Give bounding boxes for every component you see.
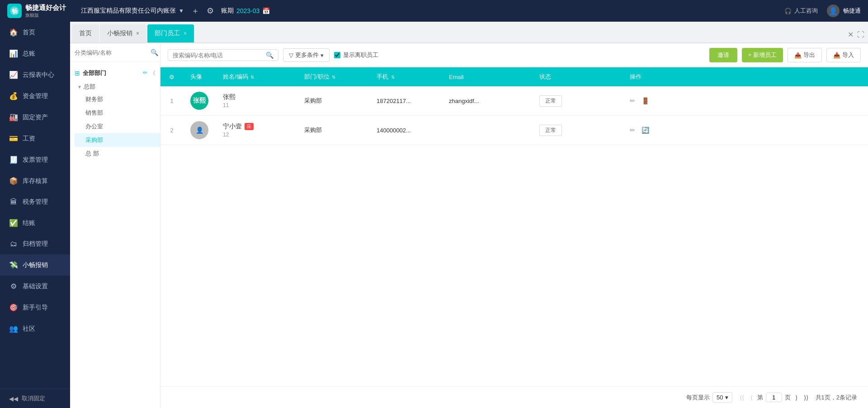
invite-button[interactable]: 邀请 (709, 48, 737, 62)
company-area[interactable]: 江西服宝精品有限责任公司内账张 ▼ (81, 7, 184, 15)
sidebar-label-inventory: 库存核算 (23, 177, 48, 185)
toolbar-right: 邀请 + 新增员工 📤 导出 📥 导入 (709, 48, 861, 62)
page-size-area: 每页显示 50 ▾ (686, 392, 732, 403)
tab-expense-close[interactable]: × (136, 30, 139, 37)
col-name[interactable]: 姓名/编码 ⇅ (216, 67, 297, 86)
tab-employee-close[interactable]: × (184, 30, 187, 37)
sidebar-item-invoice[interactable]: 🧾 发票管理 (0, 149, 70, 170)
expand-tab-icon[interactable]: ⛶ (857, 31, 864, 39)
table-settings-icon[interactable]: ⚙ (169, 74, 175, 80)
row-2-name-code: 宁小壹 应 12 (223, 122, 290, 138)
row-1-status: 正常 (532, 86, 623, 116)
user-area[interactable]: 👤 畅捷通 (827, 5, 861, 17)
row-2-email (442, 116, 532, 145)
add-tab-button[interactable]: ＋ (191, 5, 199, 16)
prev-page-button[interactable]: ⟨ (749, 393, 755, 402)
toolbar: 🔍 ▽ 更多条件 ▾ 显示离职员工 邀请 + 新增员工 (160, 43, 868, 67)
row-2-action-icons: ✏ 🔄 (630, 127, 861, 134)
reports-icon: 📈 (9, 70, 18, 79)
dept-sales[interactable]: 销售部 (75, 106, 160, 120)
row-2-status: 正常 (532, 116, 623, 145)
row-2-refresh-icon[interactable]: 🔄 (642, 127, 649, 134)
tab-employee-label: 部门员工 (155, 29, 180, 38)
sidebar-item-archive[interactable]: 🗂 归档管理 (0, 234, 70, 254)
sidebar-item-settings[interactable]: ⚙ 基础设置 (0, 276, 70, 297)
user-avatar: 👤 (827, 5, 840, 17)
employee-table: ⚙ 头像 姓名/编码 ⇅ 部门/职位 ⇅ (160, 67, 868, 145)
import-label: 导入 (842, 51, 854, 59)
col-dept[interactable]: 部门/职位 ⇅ (297, 67, 369, 86)
service-button[interactable]: 🎧 人工咨询 (784, 7, 818, 15)
dept-search-input[interactable] (75, 49, 151, 56)
close-tab-icon[interactable]: ✕ (848, 30, 854, 39)
import-button[interactable]: 📥 导入 (826, 48, 861, 62)
dept-office[interactable]: 办公室 (75, 120, 160, 133)
dept-hq-label[interactable]: ▼ 总部 (75, 81, 160, 93)
row-2-num: 2 (160, 116, 183, 145)
row-1-name-cell: 张熙 11 (216, 86, 297, 116)
row-2-edit-icon[interactable]: ✏ (630, 127, 635, 134)
filter-button[interactable]: ▽ 更多条件 ▾ (283, 48, 330, 62)
employee-search-input[interactable] (173, 52, 263, 59)
col-status: 状态 (532, 67, 623, 86)
sidebar-item-inventory[interactable]: 📦 库存核算 (0, 170, 70, 192)
dept-collapse-icon[interactable]: 《 (150, 70, 156, 77)
col-avatar: 头像 (183, 67, 216, 86)
row-1-logout-icon[interactable]: 🚪 (642, 97, 649, 104)
employee-search-icon[interactable]: 🔍 (266, 52, 274, 59)
row-1-code: 11 (223, 102, 290, 108)
sidebar-item-home[interactable]: 🏠 首页 (0, 22, 70, 43)
company-dropdown-icon[interactable]: ▼ (179, 8, 184, 14)
add-employee-button[interactable]: + 新增员工 (742, 48, 783, 62)
sidebar-item-assets[interactable]: 🏭 固定资产 (0, 107, 70, 128)
tab-bar: 首页 小畅报销 × 部门员工 × ✕ ⛶ (70, 22, 868, 43)
last-page-button[interactable]: ⟩⟩ (802, 393, 810, 402)
page-input[interactable] (766, 393, 782, 402)
next-page-button[interactable]: ⟩ (793, 393, 799, 402)
export-button[interactable]: 📤 导出 (788, 48, 822, 62)
left-panel: 🔍 ⊞ 全部部门 ✏ 《 ▼ 总部 (70, 43, 160, 408)
row-2-code: 12 (223, 131, 290, 138)
sidebar-item-reports[interactable]: 📈 云报表中心 (0, 64, 70, 85)
sidebar-item-funds[interactable]: 💰 资金管理 (0, 85, 70, 107)
tab-expense[interactable]: 小畅报销 × (100, 24, 146, 42)
first-page-button[interactable]: ⟨⟨ (738, 393, 746, 402)
calendar-icon[interactable]: 📅 (262, 7, 270, 14)
tab-home[interactable]: 首页 (72, 24, 99, 42)
account-period-label: 账期 (221, 7, 234, 15)
page-label: 第 (757, 394, 763, 402)
sidebar-item-ledger[interactable]: 📊 总账 (0, 43, 70, 64)
row-2-status-badge: 正常 (539, 125, 562, 136)
sidebar-label-home: 首页 (23, 28, 35, 37)
sidebar-item-payroll[interactable]: 💳 工资 (0, 128, 70, 149)
settings-button[interactable]: ⚙ (207, 6, 214, 16)
dept-sales-label: 销售部 (85, 109, 103, 116)
table-header-row: ⚙ 头像 姓名/编码 ⇅ 部门/职位 ⇅ (160, 67, 868, 86)
sidebar-item-community[interactable]: 👥 社区 (0, 318, 70, 339)
tab-employee[interactable]: 部门员工 × (147, 24, 194, 42)
sidebar-item-close[interactable]: ✅ 结账 (0, 212, 70, 234)
account-period: 账期 2023-03 📅 (221, 7, 270, 15)
page-size-selector[interactable]: 50 ▾ (712, 392, 732, 403)
col-phone[interactable]: 手机 ⇅ (369, 67, 442, 86)
sidebar-item-tax[interactable]: 🏛 税务管理 (0, 192, 70, 212)
dept-hq-sub[interactable]: 总 部 (75, 147, 160, 160)
sidebar-item-guide[interactable]: 🎯 新手引导 (0, 297, 70, 318)
sidebar-item-expense[interactable]: 💸 小畅报销 (0, 254, 70, 276)
total-records: 共1页，2条记录 (816, 394, 857, 402)
dept-edit-icon[interactable]: ✏ (143, 70, 147, 77)
sidebar-label-funds: 资金管理 (23, 92, 48, 100)
dept-purchase[interactable]: 采购部 (75, 133, 160, 147)
close-accounts-icon: ✅ (9, 219, 18, 227)
employee-table-wrap: ⚙ 头像 姓名/编码 ⇅ 部门/职位 ⇅ (160, 67, 868, 386)
dept-finance[interactable]: 财务部 (75, 93, 160, 106)
row-1-edit-icon[interactable]: ✏ (630, 97, 635, 104)
dept-search-icon[interactable]: 🔍 (151, 49, 158, 56)
sidebar-label-assets: 固定资产 (23, 113, 48, 122)
dept-all-header[interactable]: ⊞ 全部部门 ✏ 《 (70, 66, 160, 81)
row-2-name: 宁小壹 (223, 122, 242, 131)
unpin-button[interactable]: ◀◀ 取消固定 (0, 389, 70, 408)
col-name-label: 姓名/编码 (223, 73, 248, 80)
app-name: 畅捷通好会计 (25, 4, 66, 12)
show-resigned-checkbox[interactable] (334, 52, 340, 58)
